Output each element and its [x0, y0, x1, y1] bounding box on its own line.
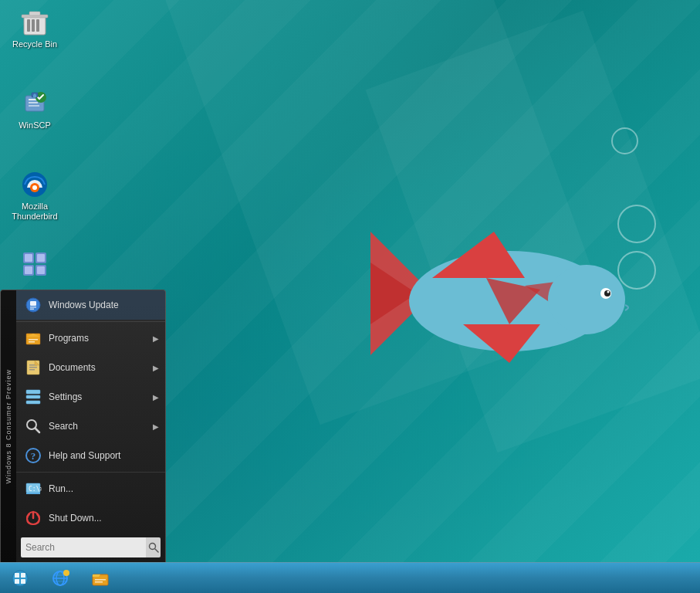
- svg-rect-22: [32, 93, 38, 97]
- svg-line-51: [36, 429, 40, 433]
- thunderbird-label: Mozilla Thunderbird: [12, 202, 57, 222]
- file-explorer-button[interactable]: [82, 564, 119, 592]
- app4-icon: [19, 249, 50, 280]
- svg-point-25: [32, 185, 37, 190]
- svg-rect-65: [21, 579, 25, 584]
- svg-point-21: [36, 92, 46, 103]
- menu-item-run[interactable]: C:\>_ Run...: [16, 474, 165, 503]
- shutdown-label: Shut Down...: [49, 513, 102, 524]
- svg-rect-18: [29, 99, 41, 100]
- svg-rect-13: [32, 19, 35, 32]
- svg-rect-37: [30, 309, 34, 310]
- windows-update-label: Windows Update: [49, 300, 119, 310]
- menu-item-programs[interactable]: Programs ▶: [16, 324, 165, 353]
- win8-sidebar-label: Windows 8 Consumer Preview: [1, 290, 16, 562]
- svg-rect-75: [95, 581, 103, 583]
- programs-arrow: ▶: [153, 334, 159, 343]
- svg-text:C:\>_: C:\>_: [29, 486, 42, 493]
- documents-arrow: ▶: [153, 364, 159, 372]
- run-icon: C:\>_: [24, 479, 42, 498]
- help-label: Help and Support: [49, 450, 120, 461]
- svg-point-10: [607, 291, 610, 293]
- settings-arrow: ▶: [153, 393, 159, 402]
- search-arrow: ▶: [153, 422, 159, 431]
- svg-rect-33: [37, 266, 45, 274]
- desktop-icon-winscp[interactable]: WinSCP: [4, 85, 66, 134]
- svg-rect-63: [21, 573, 25, 578]
- svg-text:?: ?: [31, 450, 36, 462]
- svg-point-7: [548, 265, 625, 334]
- thunderbird-icon: [19, 169, 50, 200]
- svg-point-59: [149, 544, 155, 550]
- svg-rect-41: [29, 341, 35, 343]
- svg-rect-47: [26, 390, 40, 394]
- menu-search-bar[interactable]: [21, 537, 161, 557]
- svg-point-24: [30, 183, 39, 192]
- taskbar: [0, 562, 700, 593]
- svg-rect-35: [30, 301, 36, 306]
- menu-item-search[interactable]: Search ▶: [16, 412, 165, 441]
- svg-rect-16: [29, 12, 40, 15]
- svg-rect-30: [25, 254, 32, 262]
- menu-item-help[interactable]: ? Help and Support: [16, 441, 165, 470]
- desktop: Recycle Bin WinSCP: [0, 0, 700, 593]
- svg-line-60: [155, 549, 158, 552]
- menu-item-documents[interactable]: Documents ▶: [16, 353, 165, 382]
- svg-rect-15: [22, 15, 48, 18]
- svg-rect-19: [29, 102, 38, 103]
- svg-rect-32: [25, 266, 32, 274]
- recycle-bin-label: Recycle Bin: [12, 39, 57, 49]
- menu-item-shutdown[interactable]: Shut Down...: [16, 503, 165, 533]
- menu-item-windows-update[interactable]: Windows Update: [16, 290, 165, 320]
- svg-point-23: [22, 172, 47, 197]
- svg-rect-49: [26, 401, 40, 404]
- windows-update-icon: [24, 296, 42, 314]
- svg-rect-31: [37, 254, 45, 262]
- svg-rect-17: [25, 96, 44, 111]
- shutdown-icon: [24, 509, 42, 527]
- desktop-icon-app4[interactable]: [4, 246, 66, 283]
- start-button[interactable]: [2, 564, 39, 592]
- search-input[interactable]: [21, 539, 146, 556]
- winscp-label: WinSCP: [19, 120, 51, 130]
- documents-label: Documents: [49, 362, 96, 373]
- svg-rect-48: [26, 395, 40, 398]
- svg-point-61: [12, 571, 28, 586]
- svg-rect-40: [29, 339, 38, 341]
- svg-rect-45: [29, 369, 35, 371]
- search-submit-button[interactable]: [146, 537, 161, 557]
- svg-rect-64: [15, 579, 19, 584]
- recycle-bin-icon: [19, 7, 50, 38]
- winscp-icon: [19, 88, 50, 119]
- desktop-icon-thunderbird[interactable]: Mozilla Thunderbird: [4, 166, 66, 225]
- desktop-icon-recycle-bin[interactable]: Recycle Bin: [4, 4, 66, 53]
- run-label: Run...: [49, 483, 73, 494]
- svg-rect-29: [36, 265, 46, 276]
- menu-item-settings[interactable]: Settings ▶: [16, 382, 165, 412]
- svg-rect-12: [27, 19, 30, 32]
- svg-rect-20: [29, 105, 39, 107]
- programs-icon: [24, 329, 42, 347]
- search-icon: [24, 417, 42, 435]
- fish-decoration: [370, 216, 648, 402]
- svg-rect-28: [23, 265, 34, 276]
- start-menu: Windows 8 Consumer Preview Windows Updat…: [0, 290, 166, 562]
- svg-rect-74: [95, 579, 106, 581]
- svg-rect-27: [36, 252, 46, 263]
- svg-rect-62: [15, 573, 19, 578]
- settings-label: Settings: [49, 391, 82, 402]
- ie-button[interactable]: [42, 564, 79, 592]
- svg-rect-44: [29, 367, 37, 368]
- svg-point-71: [63, 570, 69, 576]
- help-icon: ?: [24, 446, 42, 465]
- search-label: Search: [49, 421, 78, 432]
- menu-divider-1: [16, 321, 165, 322]
- svg-rect-55: [26, 493, 40, 494]
- programs-label: Programs: [49, 333, 89, 344]
- menu-divider-2: [16, 472, 165, 473]
- circle-deco-small: [611, 127, 638, 154]
- svg-rect-26: [23, 252, 34, 263]
- svg-rect-14: [36, 19, 39, 32]
- documents-icon: [24, 358, 42, 377]
- svg-rect-11: [24, 16, 46, 35]
